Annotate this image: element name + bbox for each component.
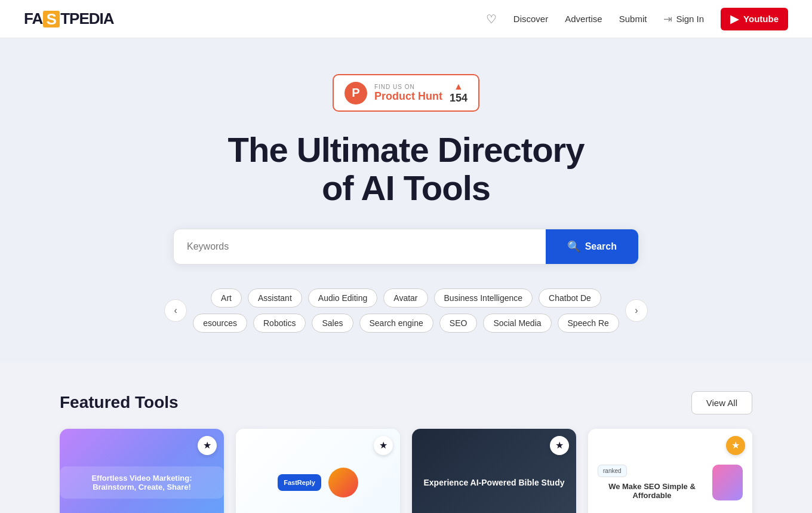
tags-line-2: esourcesRoboticsSalesSearch engineSEOSoc…	[193, 314, 619, 333]
hero-title-line2: of AI Tools	[322, 168, 490, 207]
search-button[interactable]: 🔍 Search	[546, 229, 638, 264]
ph-arrow-icon: ▲	[454, 81, 463, 92]
nav-discover[interactable]: Discover	[513, 14, 548, 24]
tags-section: ‹ ArtAssistantAudio EditingAvatarBusines…	[12, 288, 800, 333]
signin-icon: ⇥	[663, 13, 672, 26]
featured-title: Featured Tools	[60, 393, 179, 412]
youtube-label: Youtube	[743, 14, 779, 24]
tag-pill[interactable]: Speech Re	[558, 314, 619, 333]
tags-line-1: ArtAssistantAudio EditingAvatarBusiness …	[211, 288, 601, 308]
tag-pill[interactable]: Avatar	[383, 288, 427, 308]
hero-section: P FIND US ON Product Hunt ▲ 154 The Ulti…	[0, 38, 812, 363]
search-input[interactable]	[174, 229, 546, 264]
card-img-biblestudy: Experience AI-Powered Bible Study AI Int…	[412, 429, 576, 513]
ranked-star[interactable]: ★	[726, 436, 745, 455]
ph-text: FIND US ON Product Hunt	[374, 84, 442, 103]
syllaby-star[interactable]: ★	[198, 436, 217, 455]
logo[interactable]: FA S TPEDIA	[24, 10, 114, 28]
tags-next-button[interactable]: ›	[625, 299, 648, 322]
youtube-icon: ▶	[730, 13, 739, 26]
tag-pill[interactable]: Business Intelligence	[434, 288, 533, 308]
logo-text-tpedia: TPEDIA	[60, 10, 113, 28]
featured-header: Featured Tools View All	[60, 391, 752, 414]
featured-section: Featured Tools View All Effortless Video…	[48, 391, 764, 513]
tag-pill[interactable]: Chatbot De	[539, 288, 601, 308]
ph-find-us-label: FIND US ON	[374, 84, 442, 90]
tool-card-biblestudy[interactable]: Experience AI-Powered Bible Study AI Int…	[412, 429, 576, 513]
ranked-illustration	[712, 465, 743, 500]
search-bar: 🔍 Search	[173, 229, 639, 265]
tag-pill[interactable]: Robotics	[253, 314, 306, 333]
ph-logo-circle: P	[345, 82, 367, 105]
logo-box-s: S	[43, 11, 60, 27]
tag-pill[interactable]: Search engine	[359, 314, 433, 333]
card-img-fastreply: FastReply ★	[236, 429, 400, 513]
search-icon: 🔍	[567, 240, 580, 253]
biblestudy-tagline: Experience AI-Powered Bible Study	[417, 478, 572, 487]
nav-submit[interactable]: Submit	[619, 14, 647, 24]
biblestudy-star[interactable]: ★	[550, 436, 569, 455]
tool-card-ranked[interactable]: ranked We Make SEO Simple & Affordable ★…	[588, 429, 752, 513]
nav-right: ♡ Discover Advertise Submit ⇥ Sign In ▶ …	[486, 8, 788, 30]
tags-rows: ArtAssistantAudio EditingAvatarBusiness …	[193, 288, 619, 333]
tags-prev-button[interactable]: ‹	[164, 299, 187, 322]
card-img-syllaby: Effortless Video Marketing: Brainstorm, …	[60, 429, 224, 513]
syllaby-tagline: Effortless Video Marketing: Brainstorm, …	[69, 474, 214, 492]
navbar: FA S TPEDIA ♡ Discover Advertise Submit …	[0, 0, 812, 38]
tag-pill[interactable]: Sales	[312, 314, 353, 333]
ph-count-block: ▲ 154	[450, 81, 467, 105]
tag-pill[interactable]: Art	[211, 288, 242, 308]
fastreply-star[interactable]: ★	[374, 436, 393, 455]
card-img-ranked: ranked We Make SEO Simple & Affordable ★	[588, 429, 752, 513]
tag-pill[interactable]: Assistant	[248, 288, 302, 308]
ph-count-value: 154	[450, 92, 467, 105]
tag-pill[interactable]: Social Media	[483, 314, 551, 333]
logo-text-fa: FA	[24, 10, 42, 28]
hero-title: The Ultimate Directory of AI Tools	[12, 131, 800, 207]
tool-card-fastreply[interactable]: FastReply ★ F FastReply	[236, 429, 400, 513]
tag-pill[interactable]: SEO	[439, 314, 478, 333]
ph-name-label: Product Hunt	[374, 90, 442, 103]
youtube-button[interactable]: ▶ Youtube	[721, 8, 788, 30]
search-btn-label: Search	[585, 241, 617, 252]
hero-title-line1: The Ultimate Directory	[228, 130, 585, 169]
product-hunt-badge[interactable]: P FIND US ON Product Hunt ▲ 154	[333, 74, 479, 112]
signin-label: Sign In	[676, 14, 704, 24]
view-all-button[interactable]: View All	[691, 391, 752, 414]
ranked-tagline: We Make SEO Simple & Affordable	[598, 482, 706, 500]
heart-icon[interactable]: ♡	[486, 12, 497, 26]
tag-pill[interactable]: Audio Editing	[308, 288, 378, 308]
tool-card-syllaby[interactable]: Effortless Video Marketing: Brainstorm, …	[60, 429, 224, 513]
signin-button[interactable]: ⇥ Sign In	[663, 13, 704, 26]
cards-grid: Effortless Video Marketing: Brainstorm, …	[60, 429, 752, 513]
tag-pill[interactable]: esources	[193, 314, 247, 333]
nav-advertise[interactable]: Advertise	[565, 14, 602, 24]
